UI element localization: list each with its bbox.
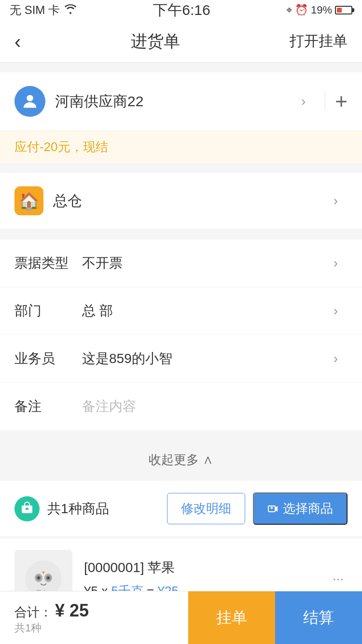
- remark-value[interactable]: 备注内容: [82, 397, 348, 416]
- salesperson-row[interactable]: 业务员 这是859的小智 ›: [0, 335, 362, 383]
- product-title: 苹果: [148, 560, 175, 575]
- supplier-divider: [325, 92, 325, 111]
- products-count: 共1种商品: [47, 500, 167, 518]
- battery-percent: 19%: [311, 4, 332, 16]
- department-value: 总 部: [82, 302, 334, 320]
- back-button[interactable]: ‹: [14, 32, 21, 51]
- invoice-type-row[interactable]: 票据类型 不开票 ›: [0, 239, 362, 287]
- department-label: 部门: [14, 302, 82, 320]
- select-product-button[interactable]: 选择商品: [253, 492, 348, 525]
- status-right: ⌖ ⏰ 19%: [286, 4, 352, 16]
- salesperson-chevron-icon: ›: [334, 351, 338, 366]
- supplier-row[interactable]: 河南供应商22 › +: [0, 72, 362, 131]
- invoice-type-chevron-icon: ›: [334, 255, 338, 271]
- supplier-section: 河南供应商22 › + 应付-20元，现结: [0, 72, 362, 163]
- total-amount: ¥ 25: [55, 601, 89, 621]
- svg-rect-2: [26, 508, 28, 510]
- total-count: 共1种: [14, 621, 174, 635]
- wifi-icon: [64, 3, 77, 17]
- product-name: [0000001] 苹果: [84, 559, 329, 577]
- invoice-type-label: 票据类型: [14, 254, 82, 272]
- supplier-name: 河南供应商22: [55, 92, 301, 112]
- status-time: 下午6:16: [153, 0, 210, 20]
- svg-point-0: [27, 95, 33, 101]
- products-header: 共1种商品 修改明细 选择商品: [0, 481, 362, 536]
- total-section: 合计： ¥ 25 共1种: [0, 591, 188, 644]
- total-row: 合计： ¥ 25: [14, 601, 174, 621]
- form-section: 票据类型 不开票 › 部门 总 部 › 业务员 这是859的小智 › 备注 备注…: [0, 239, 362, 430]
- page-title: 进货单: [131, 30, 180, 53]
- bottom-bar: 合计： ¥ 25 共1种 挂单 结算: [0, 591, 362, 644]
- total-label: 合计：: [14, 604, 52, 621]
- salesperson-label: 业务员: [14, 350, 82, 368]
- hang-button[interactable]: 挂单: [188, 591, 275, 644]
- select-product-label: 选择商品: [283, 500, 333, 517]
- warehouse-section: 🏠 总仓 ›: [0, 173, 362, 229]
- department-chevron-icon: ›: [334, 303, 338, 319]
- add-supplier-button[interactable]: +: [335, 91, 348, 112]
- warehouse-chevron-icon: ›: [334, 193, 338, 209]
- checkout-button[interactable]: 结算: [275, 591, 362, 644]
- status-bar: 无 SIM 卡 下午6:16 ⌖ ⏰ 19%: [0, 0, 362, 20]
- warehouse-icon: 🏠: [14, 186, 43, 215]
- sim-text: 无 SIM 卡: [10, 2, 60, 18]
- remark-label: 备注: [14, 397, 82, 416]
- spacer-1: [0, 63, 362, 72]
- product-more-button[interactable]: ···: [329, 567, 348, 590]
- svg-point-12: [47, 577, 50, 579]
- warehouse-icon-symbol: 🏠: [19, 191, 39, 210]
- product-code: [0000001]: [84, 560, 144, 575]
- edit-detail-button[interactable]: 修改明细: [167, 493, 245, 524]
- salesperson-value: 这是859的小智: [82, 350, 334, 368]
- status-left: 无 SIM 卡: [10, 2, 77, 18]
- supplier-chevron-icon: ›: [301, 94, 306, 109]
- svg-point-11: [38, 577, 40, 579]
- spacer-4: [0, 536, 362, 537]
- nav-bar: ‹ 进货单 打开挂单: [0, 20, 362, 63]
- products-icon: [14, 496, 40, 521]
- alarm-icon: ⏰: [295, 4, 308, 16]
- remark-row[interactable]: 备注 备注内容: [0, 383, 362, 430]
- supplier-notice: 应付-20元，现结: [0, 131, 362, 163]
- battery-icon: [335, 6, 352, 14]
- open-hang-button[interactable]: 打开挂单: [290, 31, 348, 51]
- department-row[interactable]: 部门 总 部 ›: [0, 287, 362, 335]
- location-icon: ⌖: [286, 4, 292, 16]
- invoice-type-value: 不开票: [82, 254, 334, 272]
- supplier-avatar: [14, 86, 45, 117]
- warehouse-name: 总仓: [53, 191, 334, 211]
- collapse-button[interactable]: 收起更多 ∧: [0, 440, 362, 480]
- warehouse-row[interactable]: 🏠 总仓 ›: [0, 173, 362, 229]
